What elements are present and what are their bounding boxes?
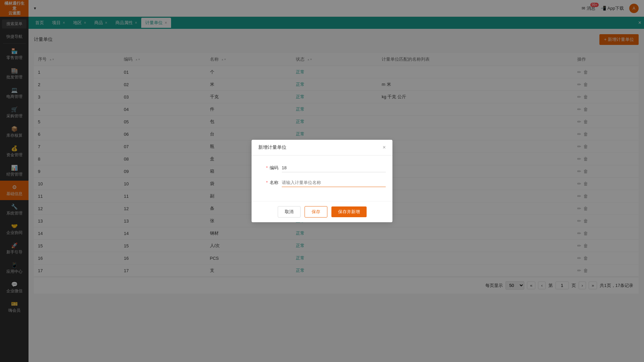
modal-title: 新增计量单位 xyxy=(258,144,286,150)
form-row-code: * 编码 xyxy=(258,164,386,172)
code-input[interactable] xyxy=(282,164,386,172)
name-label-text: 名称 xyxy=(270,180,278,185)
form-code-label: * 编码 xyxy=(258,165,278,171)
add-unit-modal: 新增计量单位 × * 编码 * 名称 取消 保存 保存并新增 xyxy=(252,140,392,222)
form-row-name: * 名称 xyxy=(258,178,386,187)
name-required-marker: * xyxy=(266,180,268,185)
name-input[interactable] xyxy=(282,178,386,187)
code-required-marker: * xyxy=(266,165,268,170)
modal-overlay: 新增计量单位 × * 编码 * 名称 取消 保存 保存并新增 xyxy=(0,0,644,362)
cancel-button[interactable]: 取消 xyxy=(278,206,301,218)
save-and-new-button[interactable]: 保存并新增 xyxy=(331,206,367,217)
form-name-label: * 名称 xyxy=(258,180,278,186)
modal-header: 新增计量单位 × xyxy=(252,140,392,156)
modal-footer: 取消 保存 保存并新增 xyxy=(252,201,392,222)
save-button[interactable]: 保存 xyxy=(305,206,327,218)
modal-close-button[interactable]: × xyxy=(383,144,386,150)
code-label-text: 编码 xyxy=(270,165,278,170)
modal-body: * 编码 * 名称 xyxy=(252,156,392,201)
